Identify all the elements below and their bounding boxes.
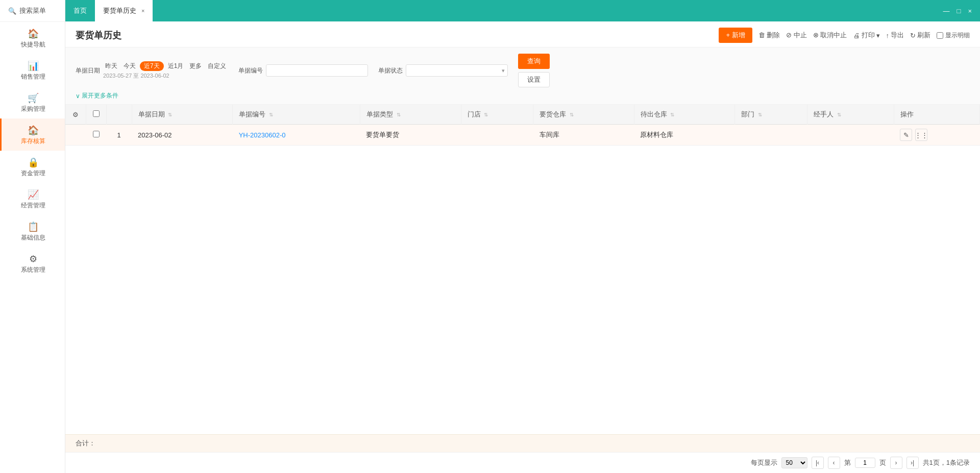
th-settings[interactable]: ⚙ <box>65 105 86 125</box>
sidebar-item-system[interactable]: ⚙ 系统管理 <box>0 247 65 279</box>
td-dept <box>735 125 807 146</box>
th-action: 操作 <box>894 105 979 125</box>
page-label: 第 <box>844 458 851 467</box>
date-btn-today[interactable]: 今天 <box>121 61 138 71</box>
last-page-button[interactable]: ›| <box>906 457 919 469</box>
td-num: 1 <box>106 125 132 146</box>
tab-close-icon[interactable]: × <box>141 8 144 14</box>
td-handler <box>807 125 894 146</box>
setting-button[interactable]: 设置 <box>518 72 550 87</box>
sidebar-item-label: 快捷导航 <box>21 40 45 49</box>
sidebar-search[interactable]: 🔍 搜索菜单 <box>0 0 65 22</box>
page-size-select[interactable]: 50 20 100 <box>781 457 807 468</box>
sidebar-item-purchase[interactable]: 🛒 采购管理 <box>0 86 65 119</box>
th-pending-wh-label: 待出仓库 <box>641 110 667 118</box>
td-doc-no: YH-20230602-0 <box>233 125 360 146</box>
th-doc-no[interactable]: 单据编号 ⇅ <box>233 105 360 125</box>
sidebar-item-label: 系统管理 <box>21 266 45 274</box>
print-icon: 🖨 <box>853 32 860 39</box>
table-row: 1 2023-06-02 YH-20230602-0 要货单要货 车间库 原材料… <box>65 125 980 146</box>
date-btn-7days[interactable]: 近7天 <box>140 61 164 71</box>
show-detail-checkbox[interactable] <box>937 32 943 39</box>
sidebar-item-basic[interactable]: 📋 基础信息 <box>0 215 65 247</box>
sidebar-item-label: 资金管理 <box>21 169 45 178</box>
refresh-icon: ↻ <box>910 32 916 39</box>
tab-home[interactable]: 首页 <box>65 0 95 21</box>
prev-page-button[interactable]: ‹ <box>828 457 840 469</box>
page-number-input[interactable]: 1 <box>855 458 875 468</box>
th-doc-type[interactable]: 单据类型 ⇅ <box>360 105 461 125</box>
action-edit-icon[interactable]: ✎ <box>900 129 912 141</box>
th-store[interactable]: 门店 ⇅ <box>461 105 533 125</box>
date-btn-more[interactable]: 更多 <box>187 61 204 71</box>
table-body: 1 2023-06-02 YH-20230602-0 要货单要货 车间库 原材料… <box>65 125 980 146</box>
add-button[interactable]: + 新增 <box>719 28 752 43</box>
doc-no-link[interactable]: YH-20230602-0 <box>239 131 286 139</box>
operation-icon: 📈 <box>28 190 39 199</box>
sidebar-item-label: 库存核算 <box>21 137 45 146</box>
sidebar-item-label: 销售管理 <box>21 73 45 81</box>
status-select-wrapper <box>406 64 508 77</box>
date-btn-1month[interactable]: 近1月 <box>166 61 186 71</box>
sidebar-item-finance[interactable]: 🔒 资金管理 <box>0 151 65 183</box>
action-more-icon[interactable]: ⋮⋮ <box>915 129 927 141</box>
filter-row: 单据日期 昨天 今天 近7天 近1月 更多 自定义 2023-05-27 至 2… <box>76 54 970 87</box>
system-icon: ⚙ <box>29 254 37 264</box>
sort-doc-type-icon: ⇅ <box>397 112 401 117</box>
td-action: ✎ ⋮⋮ <box>894 125 979 146</box>
filter-actions: 查询 设置 <box>518 54 550 87</box>
next-page-button[interactable]: › <box>890 457 902 469</box>
expand-more[interactable]: ∨ 展开更多条件 <box>76 91 970 100</box>
row-checkbox[interactable] <box>93 131 100 137</box>
td-req-wh: 车间库 <box>533 125 634 146</box>
th-req-wh-label: 要货仓库 <box>540 110 566 118</box>
expand-more-label: 展开更多条件 <box>82 91 118 100</box>
print-chevron-icon: ▾ <box>876 32 880 39</box>
th-doc-no-label: 单据编号 <box>239 110 265 118</box>
sidebar-item-label: 经营管理 <box>21 201 45 210</box>
sidebar-item-label: 基础信息 <box>21 233 45 242</box>
th-handler[interactable]: 经手人 ⇅ <box>807 105 894 125</box>
th-date[interactable]: 单据日期 ⇅ <box>132 105 233 125</box>
td-settings <box>65 125 86 146</box>
td-checkbox <box>86 125 106 146</box>
page-size-label: 每页显示 <box>751 458 777 467</box>
refresh-button[interactable]: ↻ 刷新 <box>910 31 930 40</box>
first-page-button[interactable]: |‹ <box>812 457 824 469</box>
show-detail-checkbox-label[interactable]: 显示明细 <box>937 31 970 40</box>
th-dept[interactable]: 部门 ⇅ <box>735 105 807 125</box>
doc-no-filter-item: 单据编号 <box>238 64 368 77</box>
sidebar-item-sales[interactable]: 📊 销售管理 <box>0 54 65 86</box>
sidebar-item-label: 采购管理 <box>21 105 45 113</box>
window-minimize-button[interactable]: — <box>943 7 950 15</box>
sidebar-item-operation[interactable]: 📈 经营管理 <box>0 183 65 215</box>
status-select[interactable] <box>406 64 508 77</box>
date-filter-label: 单据日期 <box>76 66 100 75</box>
delete-button[interactable]: 🗑 删除 <box>758 31 780 40</box>
sort-store-icon: ⇅ <box>484 112 488 117</box>
tab-requisition-history[interactable]: 要货单历史 × <box>95 0 153 21</box>
select-all-checkbox[interactable] <box>93 110 100 117</box>
th-req-wh[interactable]: 要货仓库 ⇅ <box>533 105 634 125</box>
sidebar-item-quick-nav[interactable]: 🏠 快捷导航 <box>0 22 65 54</box>
export-button[interactable]: ↑ 导出 <box>886 31 904 40</box>
sidebar-item-inventory[interactable]: 🏠 库存核算 <box>0 119 65 151</box>
page-title: 要货单历史 <box>76 29 719 41</box>
topbar-right: — □ × <box>943 7 980 15</box>
date-btn-yesterday[interactable]: 昨天 <box>103 61 119 71</box>
data-table: ⚙ 单据日期 ⇅ 单据编号 ⇅ <box>65 105 980 146</box>
doc-no-input[interactable] <box>266 64 368 77</box>
window-close-button[interactable]: × <box>968 7 972 15</box>
stop-button[interactable]: ⊘ 中止 <box>786 31 807 40</box>
inventory-icon: 🏠 <box>28 126 39 135</box>
cancel-stop-button[interactable]: ⊗ 取消中止 <box>813 31 847 40</box>
sort-req-wh-icon: ⇅ <box>570 112 574 117</box>
query-button[interactable]: 查询 <box>518 54 550 69</box>
window-maximize-button[interactable]: □ <box>957 7 961 15</box>
search-icon: 🔍 <box>8 7 16 15</box>
th-pending-wh[interactable]: 待出仓库 ⇅ <box>634 105 735 125</box>
table-footer: 合计： <box>65 434 980 452</box>
date-btn-custom[interactable]: 自定义 <box>206 61 228 71</box>
th-doc-type-label: 单据类型 <box>366 110 393 118</box>
print-button[interactable]: 🖨 打印 ▾ <box>853 31 880 40</box>
